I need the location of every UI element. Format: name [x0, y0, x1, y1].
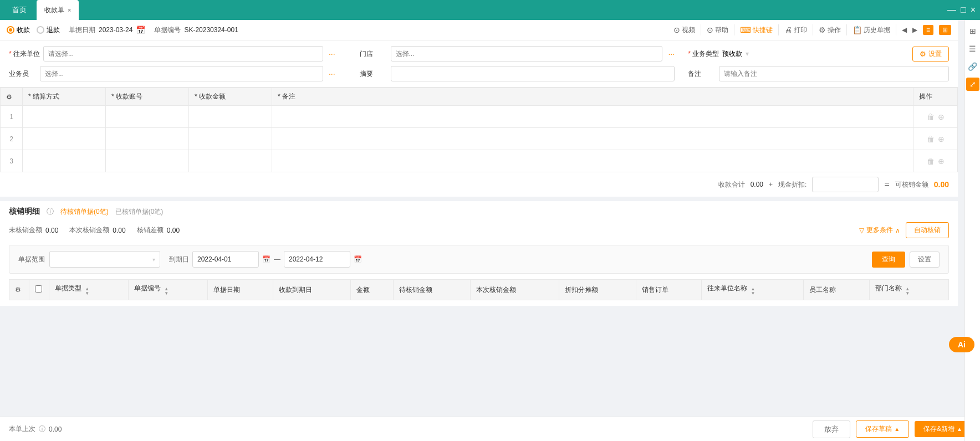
- store-group: 门店 ···: [349, 46, 675, 61]
- shortcut-btn[interactable]: ⌨ 快捷键: [740, 25, 773, 35]
- more-conditions-btn[interactable]: ▽ 更多条件 ∧: [859, 225, 900, 235]
- abandon-button[interactable]: 放弃: [813, 421, 850, 438]
- delete-icon-3[interactable]: 🗑: [927, 157, 935, 166]
- video-icon: ⊙: [673, 25, 680, 34]
- copy-icon-3[interactable]: ⊕: [938, 157, 945, 166]
- summary-input[interactable]: [391, 66, 675, 81]
- radio-receive[interactable]: 收款: [7, 25, 30, 35]
- note-input[interactable]: [719, 66, 949, 81]
- account-cell-1[interactable]: [106, 106, 189, 128]
- help-btn[interactable]: ⊙ 帮助: [707, 25, 728, 35]
- tab-current-label: 收款单: [44, 0, 64, 20]
- row-num-1: 1: [1, 106, 23, 128]
- calendar-icon[interactable]: 📅: [136, 25, 145, 34]
- filter-settings-button[interactable]: 设置: [910, 252, 940, 268]
- bth-gear[interactable]: ⚙: [9, 280, 29, 300]
- delete-icon-1[interactable]: 🗑: [927, 112, 935, 121]
- copy-icon-1[interactable]: ⊕: [938, 112, 945, 121]
- stats-right: ▽ 更多条件 ∧ 自动核销: [859, 222, 949, 238]
- save-draft-button[interactable]: 保存草稿 ▲: [856, 421, 909, 438]
- account-cell-3[interactable]: [106, 150, 189, 172]
- date-to-input[interactable]: [284, 251, 350, 268]
- amount-input-2[interactable]: [189, 128, 272, 150]
- store-more-btn[interactable]: ···: [668, 49, 675, 58]
- print-label: 打印: [794, 25, 807, 35]
- calendar-to-icon[interactable]: 📅: [354, 255, 362, 263]
- print-btn[interactable]: 🖨 打印: [784, 25, 807, 35]
- operation-btn[interactable]: ⚙ 操作: [819, 25, 841, 35]
- sidebar-table-icon[interactable]: ⊞: [966, 24, 979, 38]
- note-cell-2[interactable]: [272, 128, 913, 150]
- note-input-1[interactable]: [272, 106, 913, 127]
- amount-input-1[interactable]: [189, 106, 272, 127]
- sidebar-link-icon[interactable]: 🔗: [966, 60, 979, 73]
- close-icon[interactable]: ×: [971, 5, 976, 15]
- delete-icon-2[interactable]: 🗑: [927, 135, 935, 143]
- account-input-2[interactable]: [106, 128, 188, 150]
- note-label: 备注: [688, 69, 716, 79]
- copy-icon-2[interactable]: ⊕: [938, 135, 945, 143]
- amount-input-3[interactable]: [189, 150, 272, 172]
- amount-cell-2[interactable]: [189, 128, 272, 150]
- divider6: [896, 24, 896, 35]
- arrow-left-icon[interactable]: ◀: [902, 26, 907, 34]
- scope-select[interactable]: ▾: [49, 251, 160, 268]
- bth-check[interactable]: [29, 280, 49, 300]
- maximize-icon[interactable]: □: [961, 5, 966, 15]
- video-btn[interactable]: ⊙ 视频: [673, 25, 695, 35]
- save-draft-label: 保存草稿: [865, 424, 892, 434]
- amount-cell-1[interactable]: [189, 106, 272, 128]
- salesman-label: 业务员: [9, 69, 37, 79]
- th-gear[interactable]: ⚙: [1, 88, 23, 106]
- counterparty-input[interactable]: [43, 46, 323, 61]
- calendar-from-icon[interactable]: 📅: [262, 255, 270, 263]
- query-button[interactable]: 查询: [872, 252, 905, 268]
- store-input[interactable]: [391, 46, 663, 61]
- note-cell-3[interactable]: [272, 150, 913, 172]
- settle-cell-3[interactable]: [23, 150, 106, 172]
- info-icon[interactable]: ⓘ: [47, 207, 54, 217]
- layout-btn[interactable]: ≡: [923, 25, 933, 35]
- settle-input-2[interactable]: [23, 128, 105, 150]
- salesman-input[interactable]: [40, 66, 323, 81]
- settle-cell-2[interactable]: [23, 128, 106, 150]
- radio-refund[interactable]: 退款: [37, 25, 60, 35]
- sidebar-expand-icon[interactable]: ⤢: [966, 78, 979, 91]
- tab-close-icon[interactable]: ×: [68, 0, 71, 20]
- business-type-arrow[interactable]: ▾: [746, 50, 749, 58]
- sidebar-list-icon[interactable]: ☰: [966, 42, 979, 55]
- counterparty-more-btn[interactable]: ···: [329, 49, 335, 58]
- note-input-3[interactable]: [272, 150, 913, 172]
- completed-tab[interactable]: 已核销单据(0笔): [115, 207, 164, 217]
- footer-right: 放弃 保存草稿 ▲ 保存&新增 ▲: [813, 421, 971, 438]
- note-cell-1[interactable]: [272, 106, 913, 128]
- settings-button[interactable]: ⚙ 设置: [912, 47, 949, 61]
- data-table: ⚙ * 结算方式 * 收款账号 * 收款金额 * 备注 操作 1: [0, 88, 958, 172]
- info-icon-footer[interactable]: ⓘ: [39, 424, 45, 434]
- ai-badge[interactable]: Ai: [949, 337, 974, 352]
- diff-label: 核销差额: [137, 225, 164, 235]
- select-all-checkbox[interactable]: [35, 285, 42, 293]
- history-btn[interactable]: 📋 历史单据: [853, 25, 890, 35]
- auto-writeoff-button[interactable]: 自动核销: [906, 222, 949, 238]
- account-cell-2[interactable]: [106, 128, 189, 150]
- history-icon: 📋: [853, 25, 862, 34]
- note-input-2[interactable]: [272, 128, 913, 150]
- bth-type: 单据类型 ▲▼: [49, 280, 129, 300]
- discount-input[interactable]: [812, 177, 879, 192]
- grid-btn[interactable]: ⊞: [939, 25, 951, 35]
- pending-tab[interactable]: 待核销单据(0笔): [60, 207, 109, 217]
- minimize-icon[interactable]: —: [947, 5, 956, 15]
- tab-home[interactable]: 首页: [4, 0, 34, 20]
- settle-input-1[interactable]: [23, 106, 105, 127]
- account-input-1[interactable]: [106, 106, 188, 127]
- salesman-more-btn[interactable]: ···: [329, 69, 335, 78]
- arrow-right-icon[interactable]: ▶: [912, 26, 917, 34]
- date-from-input[interactable]: [192, 251, 259, 268]
- settle-input-3[interactable]: [23, 150, 105, 172]
- amount-cell-3[interactable]: [189, 150, 272, 172]
- tab-current[interactable]: 收款单 ×: [37, 0, 79, 20]
- save-new-button[interactable]: 保存&新增 ▲: [915, 421, 971, 437]
- account-input-3[interactable]: [106, 150, 188, 172]
- settle-cell-1[interactable]: [23, 106, 106, 128]
